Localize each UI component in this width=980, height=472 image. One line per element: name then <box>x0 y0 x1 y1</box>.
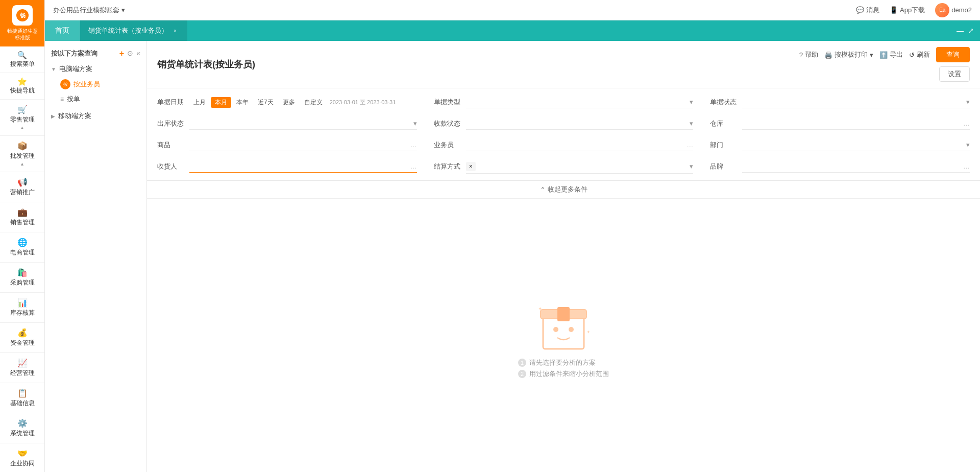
collapse-bar[interactable]: ⌃ 收起更多条件 <box>147 181 980 199</box>
date-tab-custom[interactable]: 自定义 <box>300 97 327 108</box>
date-range-text: 2023-03-01 至 2023-03-31 <box>330 99 396 106</box>
filter-goods-control[interactable]: … <box>189 139 417 151</box>
settlement-tag-x: × <box>469 163 473 170</box>
sidebar-finance-label: 资金管理 <box>10 339 35 347</box>
tree-desktop-label: 电脑端方案 <box>59 64 92 74</box>
empty-step-1: 1 请先选择要分析的方案 <box>518 358 609 367</box>
tab-home[interactable]: 首页 <box>45 20 80 41</box>
sidebar-item-basic[interactable]: 📋 基础信息 <box>0 383 44 413</box>
empty-illustration: ✦ ✦ ✦ <box>528 293 599 354</box>
filter-item-settlement: 结算方式 × ▾ <box>434 160 694 174</box>
sidebar-item-enterprise[interactable]: 🤝 企业协同 <box>0 443 44 472</box>
logo-text: 畅捷通好生意 <box>7 28 38 34</box>
empty-svg: ✦ ✦ ✦ <box>528 293 599 354</box>
sidebar-item-inventory[interactable]: 📊 库存核算 <box>0 293 44 323</box>
topbar-breadcrumb[interactable]: 办公用品行业模拟账套 ▾ <box>53 6 125 15</box>
sidebar-item-sales[interactable]: 💼 销售管理 <box>0 202 44 232</box>
app-download-icon: 📱 <box>890 6 898 14</box>
sidebar-item-purchase[interactable]: 🛍️ 采购管理 <box>0 263 44 293</box>
filter-paystatus-control[interactable]: ▾ <box>466 117 694 130</box>
sidebar-item-ecommerce[interactable]: 🌐 电商管理 <box>0 232 44 263</box>
settlement-tag[interactable]: × <box>466 162 476 171</box>
sidebar-item-shortcut[interactable]: ⭐ 快捷导航 <box>0 73 44 100</box>
panel-settings-btn[interactable]: ⊙ <box>127 49 133 58</box>
filter-settlement-label: 结算方式 <box>434 162 462 171</box>
ecommerce-icon: 🌐 <box>17 238 28 247</box>
topbar-right: 💬 消息 📱 App下载 Ea demo2 <box>856 3 972 17</box>
query-btn[interactable]: 查询 <box>936 47 970 62</box>
step1-text: 请先选择要分析的方案 <box>529 358 596 367</box>
filter-type-control[interactable]: ▾ <box>466 96 694 108</box>
filter-date-control[interactable]: 上月 本月 本年 近7天 更多 自定义 2023-03-01 至 2023-03… <box>189 95 396 110</box>
filter-status-control[interactable]: ▾ <box>742 96 970 108</box>
tab-active[interactable]: 销货单统计表（按业务员） × <box>80 20 187 41</box>
date-tab-last-month[interactable]: 上月 <box>189 97 210 108</box>
window-maximize-btn[interactable]: ⤢ <box>968 27 974 35</box>
filter-brand-control[interactable]: … <box>742 160 970 173</box>
svg-point-6 <box>569 327 574 332</box>
sidebar-item-search[interactable]: 🔍 搜索菜单 <box>0 46 44 73</box>
filter-salesman-control[interactable]: … <box>466 139 694 151</box>
wholesale-arrow-icon: ▲ <box>20 161 24 167</box>
tree-expand-icon: ▼ <box>51 66 56 72</box>
window-minimize-btn[interactable]: — <box>957 27 964 35</box>
panel-header-title: 按以下方案查询 <box>51 49 97 58</box>
export-btn[interactable]: ⬆️ 导出 <box>879 50 903 59</box>
refresh-btn[interactable]: ↺ 刷新 <box>909 50 930 59</box>
logo-icon: 畅 <box>12 5 33 26</box>
inventory-icon: 📊 <box>17 298 28 308</box>
print-label: 按模板打印 <box>835 50 868 59</box>
date-tab-this-year[interactable]: 本年 <box>232 97 253 108</box>
print-btn[interactable]: 🖨️ 按模板打印 ▾ <box>824 50 873 59</box>
filter-area: 单据日期 上月 本月 本年 近7天 更多 自定义 2023-03-01 至 20… <box>147 88 980 181</box>
filter-outstatus-label: 出库状态 <box>157 119 185 128</box>
topbar-user-btn[interactable]: Ea demo2 <box>935 3 972 17</box>
refresh-label: 刷新 <box>917 50 930 59</box>
filter-dept-control[interactable]: ▾ <box>742 139 970 151</box>
date-tab-7days[interactable]: 近7天 <box>254 97 278 108</box>
sidebar-item-system[interactable]: ⚙️ 系统管理 <box>0 413 44 443</box>
tree-mobile-arrow-icon: ▶ <box>51 113 55 119</box>
sidebar-system-label: 系统管理 <box>10 429 35 438</box>
sidebar-operation-label: 经营管理 <box>10 369 35 377</box>
order-list-icon: ≡ <box>60 96 64 103</box>
tab-active-label: 销货单统计表（按业务员） <box>88 26 168 35</box>
tree-desktop-section[interactable]: ▼ 电脑端方案 <box>45 61 146 77</box>
filter-outstatus-control[interactable]: ▾ <box>189 117 417 130</box>
operation-icon: 📈 <box>17 358 28 368</box>
tree-item-by-salesman[interactable]: 按 按业务员 <box>45 77 146 92</box>
panel-add-btn[interactable]: + <box>119 49 124 58</box>
filter-settlement-control[interactable]: × ▾ <box>466 160 694 174</box>
sidebar-item-retail[interactable]: 🛒 零售管理 ▲ <box>0 100 44 136</box>
topbar-app-download-btn[interactable]: 📱 App下载 <box>890 6 925 15</box>
filter-type-label: 单据类型 <box>434 98 462 107</box>
filter-item-date: 单据日期 上月 本月 本年 近7天 更多 自定义 2023-03-01 至 20… <box>157 95 417 110</box>
setting-btn[interactable]: 设置 <box>939 66 970 82</box>
dept-arrow-icon: ▾ <box>966 141 970 149</box>
panel-collapse-btn[interactable]: « <box>136 49 140 58</box>
filter-status-label: 单据状态 <box>710 98 738 107</box>
help-btn[interactable]: ? 帮助 <box>799 50 818 59</box>
sidebar-item-finance[interactable]: 💰 资金管理 <box>0 323 44 353</box>
message-icon: 💬 <box>856 6 864 14</box>
tab-close-btn[interactable]: × <box>171 27 179 35</box>
tree-item-by-order[interactable]: ≡ 按单 <box>45 92 146 106</box>
export-label: 导出 <box>890 50 903 59</box>
sidebar-wholesale-label: 批发管理 <box>10 152 35 160</box>
sidebar-item-wholesale[interactable]: 📦 批发管理 ▲ <box>0 136 44 172</box>
salesman-dots: … <box>687 141 693 149</box>
sidebar-item-marketing[interactable]: 📢 营销推广 <box>0 172 44 202</box>
topbar-message-btn[interactable]: 💬 消息 <box>856 6 879 15</box>
sidebar-item-operation[interactable]: 📈 经营管理 <box>0 353 44 383</box>
tree-mobile-section[interactable]: ▶ 移动端方案 <box>45 108 146 124</box>
filter-date-label: 单据日期 <box>157 98 185 107</box>
filter-receiver-control[interactable]: … <box>189 160 417 173</box>
svg-text:✦: ✦ <box>581 312 587 320</box>
date-tabs: 上月 本月 本年 近7天 更多 自定义 <box>189 97 327 108</box>
date-tab-this-month[interactable]: 本月 <box>211 97 231 108</box>
svg-point-5 <box>553 327 558 332</box>
filter-warehouse-control[interactable]: … <box>742 117 970 130</box>
empty-step-2: 2 用过滤条件来缩小分析范围 <box>518 369 609 379</box>
date-tab-more[interactable]: 更多 <box>279 97 299 108</box>
tab-close-icon: × <box>174 28 177 34</box>
